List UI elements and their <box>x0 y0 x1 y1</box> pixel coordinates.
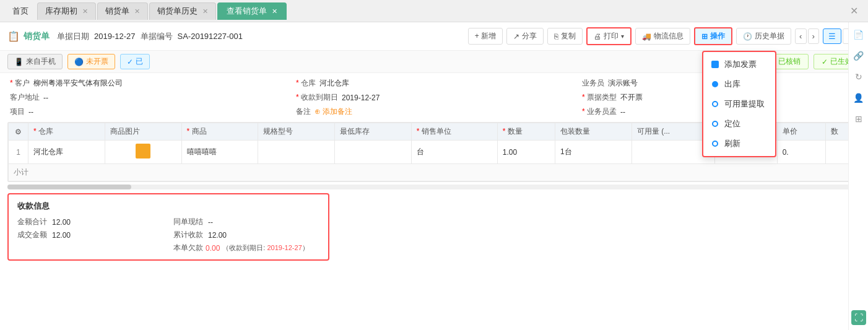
row-product: 嘻嘻嘻嘻 <box>181 141 258 164</box>
tab-sales-history[interactable]: 销货单历史 ✕ <box>149 2 216 20</box>
same-order-key: 同单现结 <box>173 217 203 227</box>
sidebar-icon-link[interactable]: 🔗 <box>851 48 866 63</box>
view-list[interactable]: ☰ <box>823 28 841 44</box>
history-button[interactable]: 🕐 历史单据 <box>736 28 791 45</box>
ticket-label: * 票据类型 <box>582 92 617 103</box>
outstanding-extra: （收款到期日: 2019-12-27） <box>222 243 308 253</box>
col-price: 单价 <box>777 123 825 141</box>
tab-home[interactable]: 首页 <box>5 2 36 20</box>
warehouse-value: 河北仓库 <box>319 78 349 89</box>
dropdown-item-available[interactable]: 可用量提取 <box>703 94 775 114</box>
warehouse-field: * 仓库 河北仓库 <box>296 78 572 89</box>
operations-icon: ⊞ <box>701 32 708 41</box>
customer-label: * 客户 <box>10 78 30 89</box>
subtotal-row: 小计 <box>9 164 860 181</box>
col-spec: 规格型号 <box>258 123 335 141</box>
horizontal-scroll[interactable] <box>7 185 861 189</box>
add-note-button[interactable]: ⊕ 添加备注 <box>315 106 352 117</box>
nav-arrows: ‹ › <box>795 28 819 44</box>
doc-meta: 单据日期 2019-12-27 单据编号 SA-20191227-001 <box>57 31 243 42</box>
cumulative-receipt-row: 累计收款 12.00 <box>173 230 319 240</box>
amount-total-val: 12.00 <box>52 218 71 227</box>
print-dropdown-arrow: ▾ <box>621 33 624 40</box>
tab-close-inventory[interactable]: ✕ <box>82 7 88 15</box>
print-button[interactable]: 🖨 打印 ▾ <box>586 27 631 45</box>
doc-title: 📋 销货单 <box>7 30 50 42</box>
scroll-thumb <box>7 185 131 189</box>
row-spec <box>258 141 335 164</box>
tab-view-sales[interactable]: 查看销货单 ✕ <box>217 2 287 20</box>
sidebar-icon-refresh[interactable]: ↻ <box>853 69 865 84</box>
col-qty: * 数量 <box>497 123 555 141</box>
outstanding-val: 0.00 <box>206 244 220 253</box>
operations-button[interactable]: ⊞ 操作 <box>694 27 732 45</box>
tab-sales[interactable]: 销货单 ✕ <box>97 2 148 20</box>
address-field: 客户地址 -- <box>10 92 286 103</box>
dropdown-item-add-invoice[interactable]: 添加发票 <box>703 54 775 74</box>
deal-amount-row: 成交金额 12.00 <box>17 230 163 240</box>
col-product: * 商品 <box>181 123 258 141</box>
bottom-info-title: 收款信息 <box>17 201 319 212</box>
add-button[interactable]: + 新增 <box>468 28 503 45</box>
right-sidebar: 📄 🔗 ↻ 👤 ⊞ ⛶ <box>848 22 868 330</box>
business-staff-value: -- <box>620 108 625 116</box>
row-warehouse: 河北仓库 <box>28 141 105 164</box>
outbound-icon <box>711 80 719 89</box>
doc-header: 📋 销货单 单据日期 2019-12-27 单据编号 SA-20191227-0… <box>0 22 868 51</box>
tab-bar: 首页 库存期初 ✕ 销货单 ✕ 销货单历史 ✕ 查看销货单 ✕ ✕ <box>0 0 868 22</box>
row-min-stock <box>335 141 412 164</box>
sidebar-icon-doc[interactable]: 📄 <box>851 27 866 42</box>
sidebar-icon-grid[interactable]: ⊞ <box>853 111 865 126</box>
col-pack-qty: 包装数量 <box>555 123 632 141</box>
sidebar-icon-expand[interactable]: ⛶ <box>851 310 866 325</box>
main-content: 📋 销货单 单据日期 2019-12-27 单据编号 SA-20191227-0… <box>0 22 868 330</box>
note-field: 备注 ⊕ 添加备注 <box>296 106 572 117</box>
add-invoice-icon <box>711 60 719 69</box>
col-image: 商品图片 <box>105 123 181 141</box>
nav-prev[interactable]: ‹ <box>795 28 806 44</box>
from-phone-button[interactable]: 📱 来自手机 <box>7 54 63 69</box>
window-close-button[interactable]: ✕ <box>845 3 863 19</box>
dropdown-item-locate[interactable]: 定位 <box>703 114 775 134</box>
tab-inventory[interactable]: 库存期初 ✕ <box>37 2 96 20</box>
tab-close-sales-history[interactable]: ✕ <box>202 7 208 15</box>
col-unit: * 销售单位 <box>411 123 497 141</box>
col-min-stock: 最低库存 <box>335 123 412 141</box>
phone-icon: 📱 <box>14 58 24 66</box>
tab-close-sales[interactable]: ✕ <box>134 7 140 15</box>
logistics-button[interactable]: 🚚 物流信息 <box>635 28 690 45</box>
operations-dropdown: 添加发票 出库 可用量提取 定位 刷新 <box>702 51 776 157</box>
locate-icon <box>711 119 719 128</box>
available-icon <box>711 100 719 108</box>
row-qty: 1.00 <box>497 141 555 164</box>
row-price: 0. <box>777 141 825 164</box>
check-button[interactable]: ✓ 已 <box>120 54 150 69</box>
dropdown-item-refresh[interactable]: 刷新 <box>703 134 775 154</box>
staff-label: 业务员 <box>582 78 604 89</box>
ticket-value: 不开票 <box>620 92 643 103</box>
tab-close-view-sales[interactable]: ✕ <box>272 7 277 15</box>
row-pack-qty: 1台 <box>555 141 632 164</box>
row-img <box>105 141 181 164</box>
sidebar-icon-user[interactable]: 👤 <box>851 90 866 105</box>
subtotal-label: 小计 <box>9 164 860 181</box>
copy-button[interactable]: ⎘ 复制 <box>547 28 583 45</box>
share-button[interactable]: ↗ 分享 <box>506 28 544 45</box>
payment-date-value: 2019-12-27 <box>342 93 380 102</box>
deal-amount-val: 12.00 <box>52 231 71 240</box>
print-icon: 🖨 <box>594 32 601 41</box>
note-label: 备注 <box>296 106 311 117</box>
history-icon: 🕐 <box>743 32 752 41</box>
cumulative-receipt-key: 累计收款 <box>173 230 203 240</box>
address-value: -- <box>43 93 48 102</box>
amount-total-row: 金额合计 12.00 <box>17 217 163 227</box>
ticket-icon: 🔵 <box>74 58 84 66</box>
customer-value: 柳州粤港平安气体有限公司 <box>33 78 123 89</box>
doc-icon: 📋 <box>7 30 20 42</box>
amount-total-key: 金额合计 <box>17 217 47 227</box>
row-unit: 台 <box>411 141 497 164</box>
payment-date-label: * 收款到期日 <box>296 92 338 103</box>
dropdown-item-outbound[interactable]: 出库 <box>703 74 775 94</box>
not-opened-button[interactable]: 🔵 未开票 <box>67 54 115 69</box>
nav-next[interactable]: › <box>808 28 819 44</box>
